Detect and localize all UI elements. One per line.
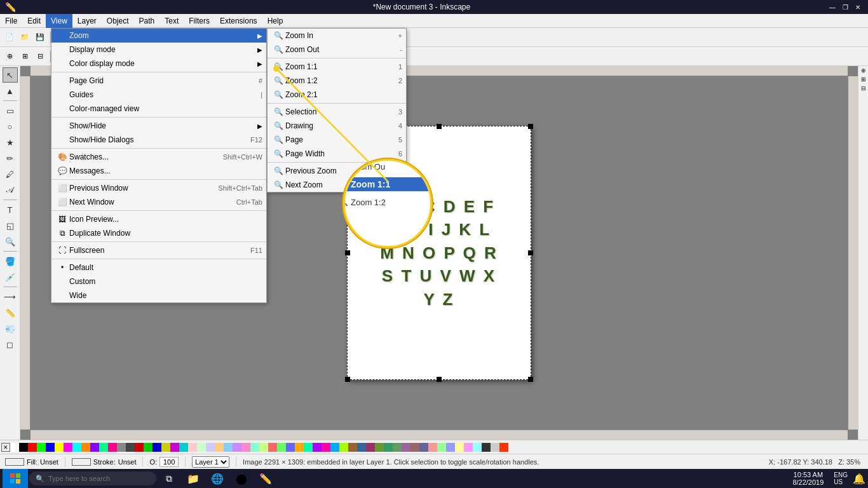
palette-color-21[interactable] [197,443,206,452]
palette-color-53[interactable] [482,443,491,452]
menu-swatches[interactable]: 🎨 Swatches... Shift+Ctrl+W [51,150,266,164]
open-btn[interactable]: 📁 [18,30,32,44]
minimize-button[interactable]: — [827,2,837,12]
lock-btn[interactable]: 🔒 [298,30,312,44]
palette-color-42[interactable] [384,443,393,452]
right-btn1[interactable]: ⊕ [860,67,867,75]
palette-color-17[interactable] [161,443,170,452]
palette-color-54[interactable] [491,443,499,452]
palette-color-48[interactable] [437,443,446,452]
taskbar-fileexplorer[interactable]: 📁 [182,469,205,488]
palette-color-32[interactable] [295,443,304,452]
menu-extensions[interactable]: Extensions [215,14,262,28]
menu-zoom[interactable]: Zoom ▶ [51,29,266,43]
menu-edit[interactable]: Edit [22,14,46,28]
palette-color-36[interactable] [330,443,339,452]
menu-text[interactable]: Text [159,14,184,28]
save-btn[interactable]: 💾 [33,30,47,44]
measure-tool[interactable]: 📏 [3,305,18,320]
taskbar-inkscape[interactable]: ✏️ [254,469,277,488]
palette-color-12[interactable] [117,443,126,452]
palette-color-25[interactable] [233,443,241,452]
menu-next-window[interactable]: ⬜ Next Window Ctrl+Tab [51,195,266,209]
palette-color-10[interactable] [99,443,108,452]
new-btn[interactable]: 📄 [3,30,17,44]
palette-color-1[interactable] [19,443,28,452]
calligraphy-tool[interactable]: 𝒜 [3,182,18,198]
palette-color-5[interactable] [55,443,64,452]
taskbar-search[interactable]: 🔍 [29,471,156,485]
fill-tool[interactable]: 🪣 [3,254,18,269]
palette-color-20[interactable] [188,443,197,452]
menu-icon-preview[interactable]: 🖼 Icon Preview... [51,212,266,226]
palette-color-51[interactable] [464,443,473,452]
dropper-tool[interactable]: 💉 [3,269,18,285]
menu-messages[interactable]: 💬 Messages... [51,164,266,178]
palette-color-30[interactable] [277,443,286,452]
palette-color-49[interactable] [446,443,455,452]
connector-tool[interactable]: ⟶ [3,289,18,304]
menu-page-grid[interactable]: Page Grid # [51,74,266,88]
right-btn3[interactable]: ⊟ [860,85,867,93]
palette-color-7[interactable] [72,443,81,452]
snap-btn[interactable]: ⊕ [3,50,17,64]
notifications-button[interactable]: 🔔 [853,473,865,485]
menu-default[interactable]: • Default [51,261,266,274]
menu-fullscreen[interactable]: ⛶ Fullscreen F11 [51,243,266,257]
rect-tool[interactable]: ▭ [3,103,18,118]
palette-color-13[interactable] [126,443,135,452]
menu-display-mode[interactable]: Display mode ▶ [51,43,266,57]
palette-color-24[interactable] [224,443,233,452]
start-button[interactable] [3,469,28,488]
palette-color-33[interactable] [304,443,313,452]
palette-color-26[interactable] [241,443,250,452]
palette-color-43[interactable] [393,443,402,452]
palette-color-38[interactable] [348,443,357,452]
palette-color-34[interactable] [313,443,322,452]
pencil-tool[interactable]: ✏ [3,151,18,166]
taskbar-browser[interactable]: 🌐 [206,469,229,488]
menu-prev-window[interactable]: ⬜ Previous Window Shift+Ctrl+Tab [51,181,266,195]
palette-color-16[interactable] [153,443,161,452]
palette-color-8[interactable] [81,443,90,452]
opacity-input[interactable] [159,457,179,467]
palette-color-27[interactable] [250,443,259,452]
palette-color-44[interactable] [402,443,410,452]
palette-color-3[interactable] [37,443,46,452]
menu-path[interactable]: Path [134,14,160,28]
palette-color-35[interactable] [322,443,330,452]
palette-color-23[interactable] [215,443,224,452]
close-button[interactable]: ✕ [853,2,863,12]
palette-color-45[interactable] [410,443,419,452]
palette-color-37[interactable] [339,443,348,452]
palette-color-28[interactable] [259,443,268,452]
titlebar-controls[interactable]: — ❐ ✕ [827,2,863,12]
palette-color-18[interactable] [170,443,179,452]
no-color-btn[interactable]: ✕ [1,443,10,452]
layer-select[interactable]: Layer 1 [192,456,229,468]
node-tool[interactable]: ▲ [3,83,18,98]
search-input[interactable] [48,475,137,482]
menu-custom[interactable]: Custom [51,274,266,288]
taskbar-chrome[interactable]: ⬤ [230,469,253,488]
palette-color-14[interactable] [135,443,144,452]
right-btn2[interactable]: ⊞ [860,76,867,84]
menu-guides[interactable]: Guides | [51,88,266,102]
align-btn[interactable]: ⬛ [313,30,327,44]
ellipse-tool[interactable]: ○ [3,119,18,134]
spray-tool[interactable]: 💨 [3,321,18,336]
eraser-tool[interactable]: ◻ [3,337,18,352]
zoom-tool[interactable]: 🔍 [3,234,18,249]
palette-color-11[interactable] [108,443,117,452]
palette-color-40[interactable] [366,443,375,452]
palette-color-6[interactable] [64,443,72,452]
palette-color-55[interactable] [499,443,508,452]
palette-color-22[interactable] [206,443,215,452]
palette-color-29[interactable] [268,443,277,452]
menu-show-hide-dialogs[interactable]: Show/Hide Dialogs F12 [51,133,266,147]
menu-show-hide[interactable]: Show/Hide ▶ [51,119,266,133]
maximize-button[interactable]: ❐ [840,2,850,12]
star-tool[interactable]: ★ [3,135,18,150]
fill-color-box[interactable] [5,458,24,466]
palette-color-39[interactable] [357,443,366,452]
